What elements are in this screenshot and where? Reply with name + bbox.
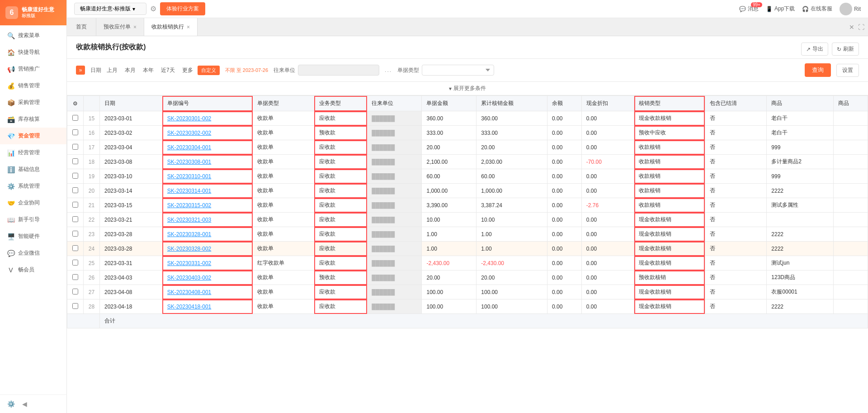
order-link[interactable]: SK-20230314-001 <box>167 188 211 194</box>
sidebar-item-basic[interactable]: ℹ️ 基础信息 <box>0 161 66 178</box>
order-link[interactable]: SK-20230328-001 <box>167 231 211 237</box>
order-link[interactable]: SK-20230408-001 <box>167 289 211 295</box>
expand-more-button[interactable]: ▾ 展开更多条件 <box>449 85 486 92</box>
cell-checkbox[interactable] <box>67 271 84 285</box>
cell-checkbox[interactable] <box>67 299 84 314</box>
col-voucher-type[interactable]: 单据类型 <box>253 96 314 111</box>
sidebar-item-operation[interactable]: 📊 经营管理 <box>0 144 66 161</box>
cell-checkbox[interactable] <box>67 155 84 169</box>
company-dropdown[interactable]: 畅康道好生意-标推版 ▾ <box>74 3 146 15</box>
sidebar-item-search[interactable]: 🔍 搜索菜单 <box>0 27 66 44</box>
col-biz-type[interactable]: 业务类型 <box>314 96 367 111</box>
cell-checkbox[interactable] <box>67 140 84 155</box>
cell-order-no[interactable]: SK-20230308-001 <box>162 155 253 169</box>
filter-settings-button[interactable]: 设置 <box>836 64 859 77</box>
date-btn-this-month[interactable]: 本月 <box>122 66 138 75</box>
order-link[interactable]: SK-20230301-002 <box>167 115 211 122</box>
tab-close-icon[interactable]: × <box>133 24 137 30</box>
order-link[interactable]: SK-20230308-001 <box>167 159 211 165</box>
close-all-icon[interactable]: ✕ <box>849 24 854 31</box>
sidebar-item-finance[interactable]: 💎 资金管理 <box>0 128 66 144</box>
cell-order-no[interactable]: SK-20230328-001 <box>162 227 253 242</box>
col-goods2[interactable]: 商品 <box>834 96 868 111</box>
sidebar-item-hardware[interactable]: 🖥️ 智能硬件 <box>0 228 66 245</box>
cell-checkbox[interactable] <box>67 111 84 126</box>
date-btn-this-year[interactable]: 本年 <box>140 66 156 75</box>
sidebar-item-member[interactable]: V 畅会员 <box>0 261 66 278</box>
order-link[interactable]: SK-20230328-002 <box>167 246 211 252</box>
query-button[interactable]: 查询 <box>805 63 831 77</box>
sidebar-item-coop[interactable]: 🤝 企业协同 <box>0 195 66 211</box>
order-link[interactable]: SK-20230315-002 <box>167 202 211 209</box>
maximize-icon[interactable]: ⛶ <box>858 24 864 31</box>
cell-checkbox[interactable] <box>67 227 84 242</box>
col-include-settled[interactable]: 包含已结清 <box>705 96 766 111</box>
notification-button[interactable]: 💬 消息 99+ <box>739 5 759 13</box>
cell-order-no[interactable]: SK-20230418-001 <box>162 299 253 314</box>
cell-checkbox[interactable] <box>67 184 84 198</box>
col-order-no[interactable]: 单据编号 <box>162 96 253 111</box>
sidebar-item-wechat[interactable]: 💬 企业微信 <box>0 245 66 261</box>
cell-order-no[interactable]: SK-20230315-002 <box>162 198 253 213</box>
cell-checkbox[interactable] <box>67 242 84 256</box>
cell-order-no[interactable]: SK-20230304-001 <box>162 140 253 155</box>
topbar-settings-icon[interactable]: ⚙ <box>150 5 156 13</box>
solution-button[interactable]: 体验行业方案 <box>160 2 205 15</box>
sidebar-item-marketing[interactable]: 📢 营销推广 <box>0 61 66 77</box>
order-link[interactable]: SK-20230331-002 <box>167 260 211 266</box>
date-btn-more[interactable]: 更多 <box>179 66 196 75</box>
order-link[interactable]: SK-20230418-001 <box>167 304 211 310</box>
filter-expand-button[interactable]: » <box>76 66 85 75</box>
app-download-link[interactable]: 📱 App下载 <box>766 5 795 13</box>
col-balance[interactable]: 余额 <box>547 96 582 111</box>
cell-order-no[interactable]: SK-20230403-002 <box>162 271 253 285</box>
col-cash-discount[interactable]: 现金折扣 <box>581 96 634 111</box>
date-btn-last-month[interactable]: 上月 <box>104 66 120 75</box>
cell-order-no[interactable]: SK-20230314-001 <box>162 184 253 198</box>
cell-order-no[interactable]: SK-20230331-002 <box>162 256 253 271</box>
sidebar-item-sales[interactable]: 💰 销售管理 <box>0 77 66 94</box>
order-link[interactable]: SK-20230304-001 <box>167 144 211 151</box>
col-write-type[interactable]: 核销类型 <box>634 96 705 111</box>
tab-close-icon[interactable]: × <box>187 24 190 30</box>
cell-checkbox[interactable] <box>67 169 84 184</box>
refresh-button[interactable]: ↻ 刷新 <box>832 43 859 56</box>
col-total-write[interactable]: 累计核销金额 <box>476 96 547 111</box>
col-date[interactable]: 日期 <box>100 96 163 111</box>
col-amount[interactable]: 单据金额 <box>422 96 476 111</box>
date-btn-7days[interactable]: 近7天 <box>158 66 178 75</box>
table-area[interactable]: ⚙ 日期 单据编号 单据类型 业务类型 往来单位 单据金额 累计核销金额 余额 … <box>67 95 868 413</box>
col-goods[interactable]: 商品 <box>767 96 834 111</box>
user-avatar[interactable]: Rit <box>840 3 861 15</box>
sidebar-item-shortcut[interactable]: 🏠 快捷导航 <box>0 44 66 61</box>
sidebar-item-guide[interactable]: 📖 新手引导 <box>0 211 66 228</box>
collapse-icon[interactable]: ◀ <box>22 400 27 408</box>
partner-input[interactable] <box>298 65 379 76</box>
cell-order-no[interactable]: SK-20230302-002 <box>162 126 253 140</box>
cell-checkbox[interactable] <box>67 126 84 140</box>
cell-checkbox[interactable] <box>67 285 84 299</box>
voucher-type-select[interactable] <box>422 65 494 76</box>
sidebar-item-system[interactable]: ⚙️ 系统管理 <box>0 178 66 195</box>
col-partner[interactable]: 往来单位 <box>367 96 422 111</box>
cell-order-no[interactable]: SK-20230310-001 <box>162 169 253 184</box>
tab-home[interactable]: 首页 <box>67 18 96 36</box>
cell-checkbox[interactable] <box>67 198 84 213</box>
order-link[interactable]: SK-20230302-002 <box>167 130 211 136</box>
export-button[interactable]: ↗ 导出 <box>801 43 828 56</box>
sidebar-item-purchase[interactable]: 📦 采购管理 <box>0 94 66 111</box>
sidebar-item-inventory[interactable]: 🗃️ 库存核算 <box>0 111 66 128</box>
online-service-link[interactable]: 🎧 在线客服 <box>802 5 832 13</box>
gear-bottom-icon[interactable]: ⚙️ <box>7 400 15 408</box>
cell-order-no[interactable]: SK-20230321-003 <box>162 213 253 227</box>
cell-order-no[interactable]: SK-20230328-002 <box>162 242 253 256</box>
tab-prepay[interactable]: 预收应付单 × <box>96 18 144 36</box>
tab-collection[interactable]: 收款核销执行 × <box>144 18 198 36</box>
date-custom-button[interactable]: 自定义 <box>198 66 220 75</box>
cell-checkbox[interactable] <box>67 213 84 227</box>
cell-order-no[interactable]: SK-20230408-001 <box>162 285 253 299</box>
order-link[interactable]: SK-20230321-003 <box>167 217 211 223</box>
col-settings[interactable]: ⚙ <box>67 96 84 111</box>
cell-order-no[interactable]: SK-20230301-002 <box>162 111 253 126</box>
order-link[interactable]: SK-20230310-001 <box>167 173 211 180</box>
